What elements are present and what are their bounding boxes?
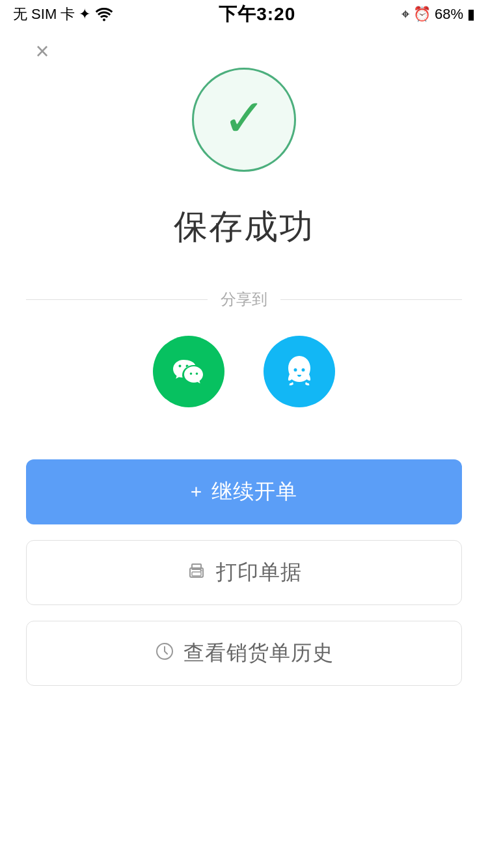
qq-icon <box>278 351 320 392</box>
history-button[interactable]: 查看销货单历史 <box>26 621 462 686</box>
svg-point-3 <box>200 569 202 571</box>
alarm-icon: ⏰ <box>413 6 431 23</box>
wifi-icon <box>96 7 113 21</box>
printer-svg <box>186 560 207 581</box>
share-divider: 分享到 <box>0 289 488 310</box>
status-left: 无 SIM 卡 ✦ <box>13 5 113 24</box>
close-icon: × <box>35 40 49 63</box>
share-qq-button[interactable] <box>264 336 335 407</box>
status-right: ⌖ ⏰ 68% ▮ <box>401 6 475 23</box>
continue-label: 继续开单 <box>211 478 297 506</box>
location-icon: ⌖ <box>401 6 409 23</box>
svg-rect-2 <box>192 572 201 576</box>
plus-icon: + <box>191 481 203 503</box>
battery-percent: 68% <box>435 6 463 23</box>
action-buttons: + 继续开单 打印单据 查看销货单历史 <box>0 459 488 686</box>
share-icons-row <box>153 336 335 407</box>
status-bar: 无 SIM 卡 ✦ 下午3:20 ⌖ ⏰ 68% ▮ <box>0 0 488 29</box>
print-icon <box>186 560 207 586</box>
status-time: 下午3:20 <box>219 2 295 27</box>
sim-status: 无 SIM 卡 ✦ <box>13 5 90 24</box>
print-label: 打印单据 <box>216 558 302 587</box>
share-divider-text: 分享到 <box>208 289 280 310</box>
wechat-icon <box>168 351 210 392</box>
success-circle: ✓ <box>192 68 296 172</box>
main-content: ✓ 保存成功 分享到 + 继续开单 <box>0 29 488 686</box>
continue-button[interactable]: + 继续开单 <box>26 459 462 524</box>
clock-icon <box>155 642 174 666</box>
divider-line-left <box>26 299 208 300</box>
close-button[interactable]: × <box>26 35 59 68</box>
success-title: 保存成功 <box>174 204 314 250</box>
print-button[interactable]: 打印单据 <box>26 540 462 605</box>
divider-line-right <box>280 299 462 300</box>
checkmark-icon: ✓ <box>223 92 266 144</box>
history-label: 查看销货单历史 <box>183 639 334 668</box>
battery-icon: ▮ <box>467 6 475 23</box>
share-wechat-button[interactable] <box>153 336 224 407</box>
clock-svg <box>155 642 174 661</box>
